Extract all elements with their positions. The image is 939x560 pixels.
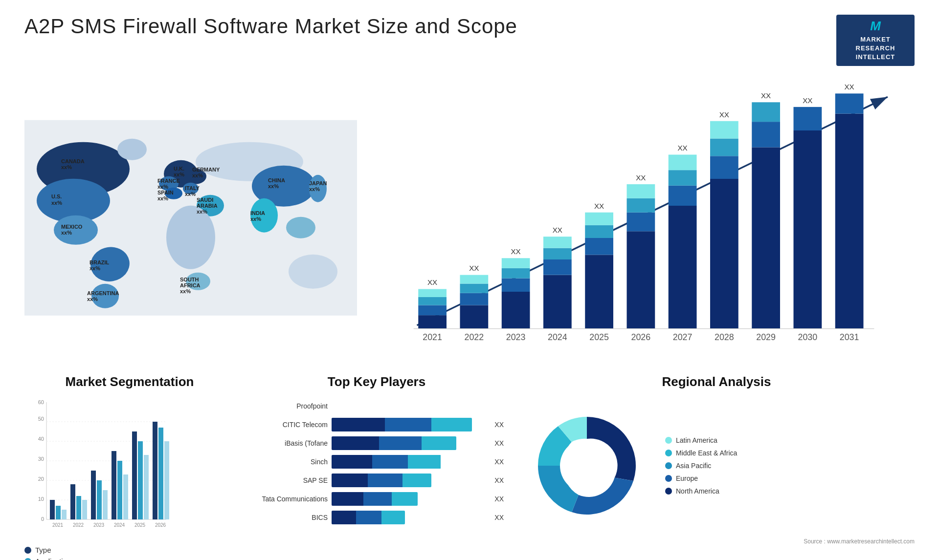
seg-bar [103, 490, 108, 519]
italy-label: ITALY [185, 185, 200, 191]
svg-rect-46 [627, 184, 655, 198]
bar-label-2024: XX [553, 226, 562, 234]
legend-type: Type [24, 546, 235, 554]
legend-dot-type [24, 547, 31, 554]
svg-rect-36 [543, 259, 572, 275]
seg-bar [70, 484, 75, 519]
legend-dot-middle-east-africa [665, 450, 672, 456]
svg-text:60: 60 [38, 399, 44, 405]
player-row-sinch: Sinch XX [249, 455, 504, 469]
legend-label-asia-pacific: Asia Pacific [676, 462, 711, 470]
bar-label-2023: XX [511, 247, 521, 256]
year-2027: 2027 [673, 332, 693, 342]
player-val-sinch: XX [494, 458, 504, 466]
italy-value: xx% [185, 191, 196, 196]
spain-value: xx% [157, 195, 168, 201]
svg-rect-35 [543, 275, 572, 328]
uk-label: U.K. [174, 165, 184, 171]
bar-label-2025: XX [594, 201, 604, 210]
growth-bar-chart: XX XX XX XX [377, 76, 915, 360]
logo: M MARKETRESEARCHINTELLECT [836, 15, 915, 66]
donut-legend: Latin America Middle East & Africa Asia … [665, 436, 737, 495]
svg-rect-24 [418, 305, 447, 315]
svg-text:50: 50 [38, 416, 44, 422]
seg-bar [117, 461, 122, 519]
year-2029: 2029 [756, 332, 776, 342]
svg-rect-47 [669, 206, 697, 329]
year-2025: 2025 [589, 332, 609, 342]
svg-text:20: 20 [38, 476, 44, 482]
seg-bar [132, 431, 137, 519]
legend-middle-east-africa: Middle East & Africa [665, 449, 737, 457]
seg-bar [62, 510, 67, 519]
year-2028: 2028 [715, 332, 734, 342]
svg-rect-33 [502, 268, 530, 278]
svg-rect-39 [585, 255, 613, 328]
legend-dot-europe [665, 475, 672, 482]
southafrica-value: xx% [180, 288, 191, 294]
year-2022: 2022 [465, 332, 484, 342]
svg-rect-40 [585, 238, 613, 255]
svg-rect-23 [418, 315, 447, 329]
page: A2P SMS Firewall Software Market Size an… [0, 0, 939, 560]
canada-value: xx% [61, 164, 72, 170]
player-name-ibasis: iBasis (Tofane [249, 439, 328, 447]
china-value: xx% [268, 183, 279, 189]
svg-text:10: 10 [38, 496, 44, 502]
svg-rect-53 [710, 138, 738, 156]
bar-label-2030: XX [803, 96, 812, 104]
segmentation-legend: Type Application Geography [24, 546, 235, 560]
player-name-sinch: Sinch [249, 458, 328, 466]
segmentation-section: Market Segmentation 0 10 20 30 40 50 60 [24, 374, 235, 560]
year-2023: 2023 [506, 332, 526, 342]
svg-rect-26 [418, 289, 447, 297]
us-label: U.S. [51, 193, 62, 199]
svg-point-13 [166, 205, 215, 269]
svg-rect-54 [710, 121, 738, 138]
seg-bar [82, 500, 87, 519]
svg-rect-57 [752, 102, 780, 122]
seg-bar [91, 471, 96, 519]
year-2031: 2031 [840, 332, 859, 342]
bar-label-2022: XX [469, 264, 479, 272]
svg-rect-55 [752, 147, 780, 328]
japan-label: JAPAN [309, 180, 327, 186]
donut-container: Latin America Middle East & Africa Asia … [518, 397, 915, 534]
player-name-proofpoint: Proofpoint [249, 402, 328, 410]
seg-bar [144, 455, 149, 519]
segmentation-title: Market Segmentation [24, 374, 235, 389]
svg-point-3 [54, 215, 98, 244]
player-val-ibasis: XX [494, 439, 504, 447]
spain-label: SPAIN [157, 189, 174, 195]
us-value: xx% [51, 199, 62, 205]
bar-label-2026: XX [636, 173, 646, 181]
bar-label-2021: XX [427, 278, 437, 286]
svg-rect-25 [418, 297, 447, 305]
svg-rect-31 [502, 292, 530, 329]
donut-hole [560, 439, 614, 493]
legend-dot-latin-america [665, 437, 672, 444]
svg-rect-34 [502, 258, 530, 268]
mexico-label: MEXICO [61, 223, 83, 229]
segmentation-chart: 0 10 20 30 40 50 60 2021 [24, 397, 176, 539]
svg-point-20 [289, 254, 337, 288]
seg-year-2025: 2025 [134, 522, 146, 528]
bar-label-2031: XX [845, 83, 854, 91]
mexico-value: xx% [61, 229, 72, 235]
seg-bar [112, 451, 116, 519]
svg-text:0: 0 [41, 516, 44, 522]
seg-year-2026: 2026 [155, 522, 166, 528]
svg-rect-49 [669, 170, 697, 186]
player-name-bics: BICS [249, 514, 328, 521]
seg-bar [50, 500, 55, 519]
player-name-sap: SAP SE [249, 476, 328, 484]
player-row-bics: BICS XX [249, 511, 504, 524]
donut-chart [518, 397, 655, 534]
legend-label-north-america: North America [676, 487, 719, 495]
india-value: xx% [250, 215, 261, 221]
player-val-tata: XX [494, 495, 504, 503]
saudi-label2: ARABIA [197, 202, 218, 208]
france-value: xx% [157, 183, 168, 189]
year-2030: 2030 [798, 332, 818, 342]
svg-rect-52 [710, 156, 738, 179]
